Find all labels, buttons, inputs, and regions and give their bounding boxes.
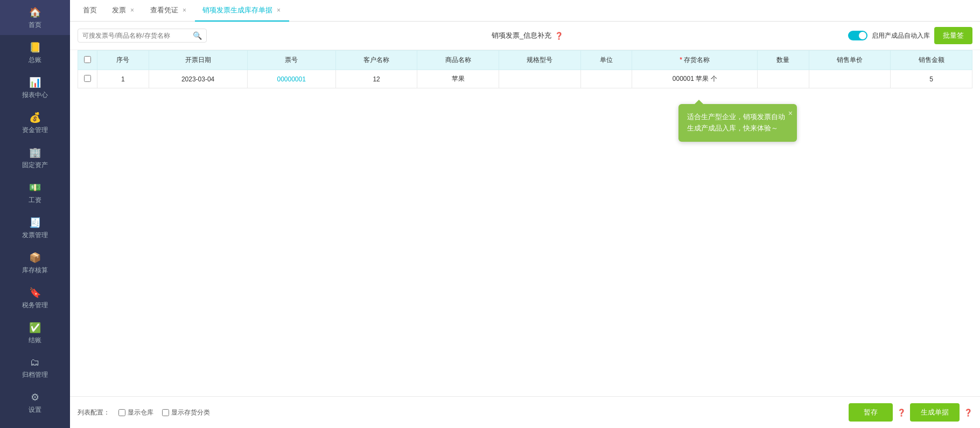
cell-number: 00000001	[247, 70, 335, 88]
th-spec: 规格型号	[499, 51, 581, 70]
cell-customer: 12	[335, 70, 417, 88]
generate-help-icon[interactable]: ❓	[964, 409, 972, 417]
reports-icon: 📊	[29, 77, 41, 88]
generate-button[interactable]: 生成单据	[910, 403, 960, 422]
sidebar-item-payroll[interactable]: 💵 工资	[0, 175, 70, 210]
th-unit: 单位	[580, 51, 632, 70]
sidebar-item-guide[interactable]: ▶ 新手引导	[0, 420, 70, 428]
sidebar-item-archive[interactable]: 🗂 归档管理	[0, 350, 70, 385]
tab-sales-return[interactable]: 销项发票生成库存单据 ×	[195, 0, 289, 22]
sidebar-item-label: 首页	[29, 20, 41, 30]
cell-inventory: 000001 苹果 个	[632, 70, 758, 88]
sidebar-item-settings[interactable]: ⚙ 设置	[0, 385, 70, 420]
tooltip-text: 适合生产型企业，销项发票自动生成产成品入库，快来体验～	[687, 113, 785, 132]
save-help-icon[interactable]: ❓	[897, 409, 906, 417]
invoice-number-link[interactable]: 00000001	[277, 75, 305, 83]
cell-amount: 5	[891, 70, 972, 88]
sidebar-item-label: 固定资产	[22, 161, 48, 170]
assets-icon: 🏢	[29, 147, 41, 158]
cell-unit	[580, 70, 632, 88]
tab-home-label: 首页	[83, 5, 97, 15]
toolbar-right: 启用产成品自动入库 批量签	[848, 27, 972, 44]
sidebar-item-inventory[interactable]: 📦 库存核算	[0, 245, 70, 280]
batch-button[interactable]: 批量签	[934, 27, 972, 44]
toolbar-center: 销项发票_信息补充 ❓	[212, 31, 843, 40]
bottom-bar: 列表配置： 显示仓库 显示存货分类 暂存 ❓ 生成单据 ❓	[70, 396, 980, 428]
sidebar-item-label: 工资	[29, 196, 41, 205]
toggle-label: 启用产成品自动入库	[872, 31, 930, 40]
sidebar-item-label: 库存核算	[22, 266, 48, 275]
show-category-checkbox[interactable]	[162, 409, 169, 416]
th-number: 票号	[247, 51, 335, 70]
th-quantity: 数量	[757, 51, 809, 70]
settings-icon: ⚙	[31, 391, 39, 403]
sidebar: 🏠 首页 📒 总账 📊 报表中心 💰 资金管理 🏢 固定资产 💵 工资 🧾 发票…	[0, 0, 70, 428]
sidebar-item-funds[interactable]: 💰 资金管理	[0, 105, 70, 140]
data-table: 序号 开票日期 票号 客户名称 商品名称 规格型号 单位 存货名称 数量 销售单…	[78, 50, 972, 88]
sidebar-item-label: 报表中心	[22, 91, 48, 100]
tab-invoice[interactable]: 发票 ×	[104, 0, 143, 22]
cell-quantity	[757, 70, 809, 88]
th-inventory: 存货名称	[632, 51, 758, 70]
cell-date: 2023-03-04	[149, 70, 247, 88]
invoice-mgmt-icon: 🧾	[29, 217, 41, 229]
show-category-label[interactable]: 显示存货分类	[162, 408, 210, 417]
sidebar-item-home[interactable]: 🏠 首页	[0, 0, 70, 35]
search-icon[interactable]: 🔍	[193, 31, 202, 40]
tab-sales-return-close[interactable]: ×	[276, 6, 282, 14]
sidebar-item-ledger[interactable]: 📒 总账	[0, 35, 70, 70]
sidebar-item-assets[interactable]: 🏢 固定资产	[0, 140, 70, 175]
sidebar-item-settlement[interactable]: ✅ 结账	[0, 315, 70, 350]
th-customer: 客户名称	[335, 51, 417, 70]
show-warehouse-label[interactable]: 显示仓库	[118, 408, 153, 417]
table-wrapper: 序号 开票日期 票号 客户名称 商品名称 规格型号 单位 存货名称 数量 销售单…	[70, 50, 980, 396]
ledger-icon: 📒	[29, 42, 41, 53]
auto-warehouse-toggle[interactable]	[848, 31, 867, 40]
table-row: 1 2023-03-04 00000001 12 苹果 000001 苹果 个 …	[78, 70, 972, 88]
select-all-checkbox[interactable]	[84, 56, 91, 63]
funds-icon: 💰	[29, 112, 41, 123]
save-button[interactable]: 暂存	[849, 403, 893, 422]
sidebar-item-label: 资金管理	[22, 126, 48, 135]
sidebar-item-label: 设置	[29, 405, 41, 415]
search-input[interactable]	[82, 32, 190, 39]
tab-view-voucher[interactable]: 查看凭证 ×	[143, 0, 195, 22]
show-warehouse-checkbox[interactable]	[118, 409, 125, 416]
search-box[interactable]: 🔍	[78, 29, 207, 43]
cell-unit-price	[809, 70, 891, 88]
tab-bar: 首页 发票 × 查看凭证 × 销项发票生成库存单据 ×	[70, 0, 980, 22]
th-product: 商品名称	[417, 51, 499, 70]
cell-checkbox	[78, 70, 97, 88]
sidebar-item-label: 税务管理	[22, 301, 48, 310]
toolbar-row: 🔍 销项发票_信息补充 ❓ 启用产成品自动入库 批量签	[70, 22, 980, 50]
tab-sales-return-label: 销项发票生成库存单据	[202, 5, 272, 15]
tab-home[interactable]: 首页	[75, 0, 104, 22]
bottom-actions: 暂存 ❓ 生成单据 ❓	[849, 403, 972, 422]
archive-icon: 🗂	[30, 357, 40, 368]
home-icon: 🏠	[29, 6, 41, 18]
th-date: 开票日期	[149, 51, 247, 70]
cell-seq: 1	[97, 70, 149, 88]
sidebar-item-label: 结账	[29, 336, 41, 345]
tab-invoice-close[interactable]: ×	[129, 6, 135, 14]
tab-view-voucher-close[interactable]: ×	[181, 6, 187, 14]
main-area: 首页 发票 × 查看凭证 × 销项发票生成库存单据 × 🔍 销项发票_信息补充 …	[70, 0, 980, 428]
sidebar-item-label: 发票管理	[22, 231, 48, 240]
row-checkbox[interactable]	[84, 75, 91, 82]
settlement-icon: ✅	[29, 322, 41, 334]
list-config-label: 列表配置：	[78, 408, 110, 417]
tooltip-close-button[interactable]: ×	[788, 107, 793, 119]
sidebar-item-invoice-mgmt[interactable]: 🧾 发票管理	[0, 210, 70, 245]
table-header-row: 序号 开票日期 票号 客户名称 商品名称 规格型号 单位 存货名称 数量 销售单…	[78, 51, 972, 70]
center-label: 销项发票_信息补充	[492, 31, 551, 40]
sidebar-item-label: 总账	[29, 56, 41, 65]
th-checkbox	[78, 51, 97, 70]
tooltip-box: × 适合生产型企业，销项发票自动生成产成品入库，快来体验～	[678, 104, 797, 142]
payroll-icon: 💵	[29, 182, 41, 194]
sidebar-item-tax[interactable]: 🔖 税务管理	[0, 280, 70, 315]
cell-product: 苹果	[417, 70, 499, 88]
th-amount: 销售金额	[891, 51, 972, 70]
sidebar-item-reports[interactable]: 📊 报表中心	[0, 70, 70, 105]
tax-icon: 🔖	[29, 287, 41, 299]
center-help-icon[interactable]: ❓	[555, 32, 563, 40]
